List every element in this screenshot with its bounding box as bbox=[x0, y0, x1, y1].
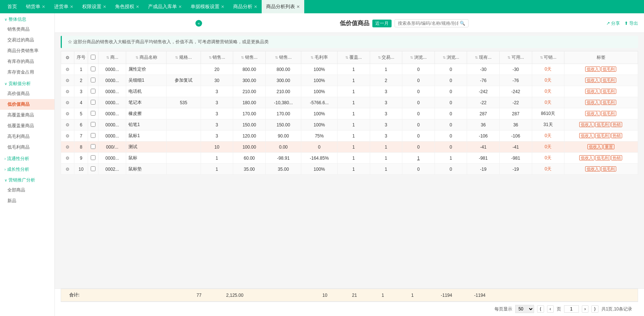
sidebar-item-low-margin[interactable]: 低毛利商品 bbox=[0, 142, 54, 153]
th-spec[interactable]: 规格... bbox=[167, 51, 201, 64]
row-check[interactable] bbox=[88, 75, 98, 86]
nav-close-product-analysis-list[interactable]: ✕ bbox=[296, 4, 300, 9]
row-settings[interactable]: ⚙ bbox=[61, 142, 74, 153]
sidebar-item-low-value[interactable]: 低价值商品 bbox=[0, 99, 54, 110]
row-browse1[interactable]: 0 bbox=[402, 119, 435, 130]
row-settings[interactable]: ⚙ bbox=[61, 130, 74, 142]
row-settings[interactable]: ⚙ bbox=[61, 64, 74, 75]
row-settings[interactable]: ⚙ bbox=[61, 108, 74, 119]
row-check[interactable] bbox=[88, 64, 98, 75]
row-checkbox[interactable] bbox=[91, 67, 95, 71]
sidebar-item-all-products[interactable]: 全部商品 bbox=[0, 185, 54, 196]
nav-close-sales-order[interactable]: ✕ bbox=[42, 4, 45, 9]
row-browse1[interactable]: 0 bbox=[402, 130, 435, 142]
row-browse1[interactable]: 0 bbox=[402, 64, 435, 75]
row-check[interactable] bbox=[88, 86, 98, 97]
row-check[interactable] bbox=[88, 119, 98, 130]
per-page-select[interactable]: 50 100 bbox=[515, 305, 534, 313]
row-checkbox[interactable] bbox=[91, 155, 95, 160]
row-browse1[interactable]: 1 bbox=[402, 153, 435, 164]
nav-close-product-inbound[interactable]: ✕ bbox=[178, 4, 182, 9]
table-container[interactable]: ⚙ 序号 商... 商品名称 规格... 销售... 销售... 销售... 毛… bbox=[55, 51, 644, 288]
nav-close-role-auth[interactable]: ✕ bbox=[136, 4, 139, 9]
nav-close-purchase-order[interactable]: ✕ bbox=[70, 4, 73, 9]
sidebar-group-title-marketing[interactable]: ∨ 营销推广分析 bbox=[0, 174, 54, 185]
nav-sales-order[interactable]: 销货单 ✕ bbox=[21, 0, 50, 13]
nav-product-inbound[interactable]: 产成品入库单 ✕ bbox=[144, 0, 186, 13]
th-check[interactable] bbox=[88, 51, 98, 64]
sidebar-item-new-products[interactable]: 新品 bbox=[0, 196, 54, 206]
th-saleable[interactable]: 可销... bbox=[532, 51, 564, 64]
share-button[interactable]: ↗ 分享 bbox=[606, 20, 620, 27]
th-settings[interactable]: ⚙ bbox=[61, 51, 74, 64]
th-current-stock[interactable]: 现有... bbox=[467, 51, 500, 64]
nav-close-template[interactable]: ✕ bbox=[221, 4, 224, 9]
th-browse2[interactable]: 浏览... bbox=[435, 51, 467, 64]
th-sale-price[interactable]: 销售... bbox=[265, 51, 301, 64]
sidebar-item-high-margin[interactable]: 高毛利商品 bbox=[0, 131, 54, 142]
row-checkbox[interactable] bbox=[91, 100, 95, 105]
row-check[interactable] bbox=[88, 97, 98, 108]
sidebar-item-category-sales-rate[interactable]: 商品分类销售率 bbox=[0, 45, 54, 56]
nav-purchase-order[interactable]: 进货单 ✕ bbox=[50, 0, 78, 13]
row-settings[interactable]: ⚙ bbox=[61, 75, 74, 86]
nav-close-product-analysis[interactable]: ✕ bbox=[254, 4, 257, 9]
sidebar-group-title-overall[interactable]: ∨ 整体信息 bbox=[0, 13, 54, 24]
sidebar-item-low-coverage[interactable]: 低覆盖量商品 bbox=[0, 120, 54, 131]
row-settings[interactable]: ⚙ bbox=[61, 86, 74, 97]
nav-product-analysis[interactable]: 商品分析 ✕ bbox=[229, 0, 262, 13]
th-trade[interactable]: 交易... bbox=[370, 51, 402, 64]
sidebar-group-title-circulation[interactable]: › 流通性分析 bbox=[0, 153, 54, 163]
date-filter-button[interactable]: 近一月 bbox=[372, 20, 392, 27]
first-page-button[interactable]: ⟨ bbox=[537, 305, 544, 313]
th-browse1[interactable]: 浏览... bbox=[402, 51, 435, 64]
row-checkbox[interactable] bbox=[91, 133, 95, 138]
row-browse1[interactable]: 0 bbox=[402, 164, 435, 175]
nav-permission[interactable]: 权限设置 ✕ bbox=[78, 0, 111, 13]
row-settings[interactable]: ⚙ bbox=[61, 153, 74, 164]
th-name[interactable]: 商品名称 bbox=[126, 51, 167, 64]
nav-template[interactable]: 单据模板设置 ✕ bbox=[186, 0, 229, 13]
sidebar-item-traded-products[interactable]: 交易过的商品 bbox=[0, 35, 54, 45]
row-browse1[interactable]: 0 bbox=[402, 108, 435, 119]
row-checkbox[interactable] bbox=[91, 89, 95, 94]
sidebar-group-title-growth[interactable]: › 成长性分析 bbox=[0, 163, 54, 174]
row-checkbox[interactable] bbox=[91, 166, 95, 171]
row-check[interactable] bbox=[88, 108, 98, 119]
th-coverage[interactable]: 覆盖... bbox=[337, 51, 370, 64]
th-sale-amount[interactable]: 销售... bbox=[233, 51, 266, 64]
sidebar-collapse-button[interactable]: « bbox=[195, 20, 202, 27]
th-sale-qty[interactable]: 销售... bbox=[201, 51, 233, 64]
browse1-link[interactable]: 1 bbox=[417, 156, 420, 161]
th-code[interactable]: 商... bbox=[98, 51, 126, 64]
row-browse1[interactable]: 0 bbox=[402, 97, 435, 108]
nav-close-permission[interactable]: ✕ bbox=[103, 4, 106, 9]
search-input[interactable] bbox=[398, 21, 458, 26]
nav-product-analysis-list[interactable]: 商品分析列表 ✕ bbox=[262, 0, 304, 13]
th-available[interactable]: 可用... bbox=[500, 51, 532, 64]
prev-page-button[interactable]: ‹ bbox=[547, 305, 554, 313]
sidebar-item-inventory-capital[interactable]: 库存资金占用 bbox=[0, 67, 54, 78]
nav-home[interactable]: 首页 bbox=[3, 0, 21, 13]
search-icon[interactable]: 🔍 bbox=[460, 21, 465, 26]
row-check[interactable] bbox=[88, 142, 98, 153]
sidebar-group-title-contribution[interactable]: ∨ 贡献值分析 bbox=[0, 78, 54, 88]
th-gross-rate[interactable]: 毛利率 bbox=[301, 51, 338, 64]
row-settings[interactable]: ⚙ bbox=[61, 119, 74, 130]
next-page-button[interactable]: › bbox=[582, 305, 588, 313]
row-browse1[interactable]: 0 bbox=[402, 142, 435, 153]
row-checkbox[interactable] bbox=[91, 122, 95, 127]
row-settings[interactable]: ⚙ bbox=[61, 97, 74, 108]
sidebar-item-sales-products[interactable]: 销售类商品 bbox=[0, 24, 54, 35]
last-page-button[interactable]: ⟩ bbox=[591, 305, 598, 313]
export-button[interactable]: ⬆ 导出 bbox=[624, 20, 638, 27]
sidebar-item-stocked-products[interactable]: 有库存的商品 bbox=[0, 56, 54, 67]
row-settings[interactable]: ⚙ bbox=[61, 164, 74, 175]
row-check[interactable] bbox=[88, 164, 98, 175]
sidebar-item-high-coverage[interactable]: 高覆盖量商品 bbox=[0, 110, 54, 120]
page-input[interactable] bbox=[564, 305, 579, 313]
row-browse1[interactable]: 0 bbox=[402, 75, 435, 86]
row-checkbox[interactable] bbox=[91, 144, 95, 149]
row-checkbox[interactable] bbox=[91, 78, 95, 82]
row-check[interactable] bbox=[88, 130, 98, 142]
